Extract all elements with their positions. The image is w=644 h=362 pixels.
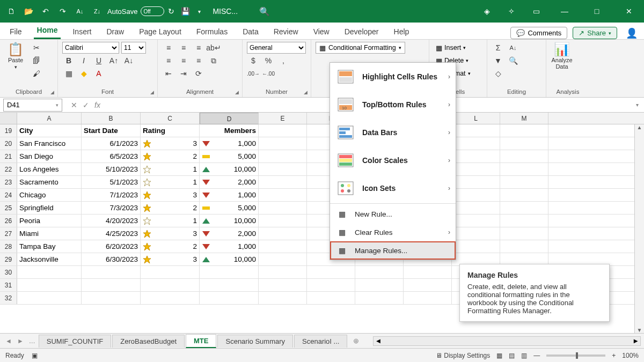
- maximize-button[interactable]: □: [586, 1, 608, 22]
- cell[interactable]: [500, 189, 548, 201]
- cell[interactable]: [259, 163, 307, 175]
- cell[interactable]: Rating: [141, 124, 200, 137]
- row-header[interactable]: 29: [0, 253, 17, 265]
- cut-icon[interactable]: ✂: [30, 42, 43, 54]
- menu-color-scales[interactable]: Color Scales›: [330, 146, 456, 174]
- cell[interactable]: [452, 215, 500, 227]
- row-header[interactable]: 19: [0, 124, 17, 137]
- cell[interactable]: [452, 176, 500, 188]
- cell[interactable]: [452, 150, 500, 162]
- menu-highlight-cells-rules[interactable]: Highlight Cells Rules›: [330, 63, 456, 91]
- cell[interactable]: Jacksonville: [17, 253, 82, 265]
- row-header[interactable]: 30: [0, 266, 17, 278]
- cell[interactable]: [307, 292, 355, 304]
- cell[interactable]: Sacramento: [17, 176, 82, 188]
- cell[interactable]: Los Angeles: [17, 163, 82, 175]
- cell[interactable]: [82, 279, 141, 291]
- zoom-in-button[interactable]: +: [612, 352, 616, 359]
- sheet-tab[interactable]: SUMIF_COUNTIF: [39, 335, 111, 348]
- cell[interactable]: 1: [141, 163, 200, 175]
- tab-nav-more-icon[interactable]: …: [27, 337, 38, 345]
- decrease-indent-icon[interactable]: ⇤: [162, 68, 175, 79]
- underline-button[interactable]: U: [92, 55, 105, 67]
- menu-top-bottom-rules[interactable]: 10 Top/Bottom Rules›: [330, 91, 456, 119]
- menu-clear-rules[interactable]: ▦ Clear Rules›: [330, 223, 456, 241]
- close-button[interactable]: ✕: [618, 1, 640, 22]
- cell[interactable]: [452, 240, 500, 253]
- cell[interactable]: 6/1/2023: [82, 137, 141, 150]
- macro-record-icon[interactable]: ▣: [32, 352, 38, 359]
- vertical-scrollbar[interactable]: ▲▼: [634, 124, 644, 333]
- undo-icon[interactable]: ↶: [39, 4, 53, 18]
- scroll-up-icon[interactable]: ▲: [637, 124, 642, 130]
- fill-color-icon[interactable]: ◆: [77, 68, 90, 79]
- cell[interactable]: 10,000: [200, 215, 259, 227]
- cell[interactable]: [500, 215, 548, 227]
- sort-filter-icon[interactable]: A↓: [507, 42, 519, 54]
- column-header[interactable]: E: [259, 113, 307, 124]
- align-center-icon[interactable]: ≡: [177, 55, 190, 67]
- cell[interactable]: [17, 279, 82, 291]
- tab-developer[interactable]: Developer: [341, 24, 382, 39]
- cell[interactable]: 5/1/2023: [82, 176, 141, 188]
- cell[interactable]: [259, 124, 307, 137]
- cell[interactable]: 7/1/2023: [82, 189, 141, 201]
- menu-manage-rules[interactable]: ▦ Manage Rules...: [330, 241, 456, 260]
- cell[interactable]: Springfield: [17, 202, 82, 214]
- cell[interactable]: 3: [141, 137, 200, 150]
- cell[interactable]: Miami: [17, 227, 82, 240]
- cell[interactable]: 1,000: [200, 189, 259, 201]
- cancel-formula-icon[interactable]: ✕: [71, 101, 77, 109]
- autosave[interactable]: AutoSave Off: [107, 6, 164, 16]
- expand-formula-icon[interactable]: ▾: [636, 102, 639, 108]
- insert-cells-button[interactable]: ▦Insert▾: [434, 42, 473, 54]
- column-header[interactable]: M: [500, 113, 548, 124]
- increase-decimal-icon[interactable]: .00→: [247, 68, 260, 79]
- cell[interactable]: [452, 124, 500, 137]
- cell[interactable]: [259, 266, 307, 278]
- cell[interactable]: Chicago: [17, 189, 82, 201]
- tab-view[interactable]: View: [310, 24, 333, 39]
- zoom-slider[interactable]: [546, 354, 605, 357]
- bold-button[interactable]: B: [62, 55, 75, 67]
- coming-soon-icon[interactable]: ✧: [504, 4, 518, 18]
- analyze-data-button[interactable]: 📊AnalyzeData: [551, 42, 573, 70]
- cell[interactable]: [141, 279, 200, 291]
- row-header[interactable]: 25: [0, 202, 17, 214]
- align-left-icon[interactable]: ≡: [162, 55, 175, 67]
- cell[interactable]: [17, 292, 82, 304]
- zoom-level[interactable]: 100%: [622, 352, 639, 359]
- account-icon[interactable]: 👤: [626, 27, 638, 39]
- row-header[interactable]: 21: [0, 150, 17, 162]
- column-header[interactable]: D: [200, 113, 259, 124]
- cell[interactable]: 1,000: [200, 137, 259, 150]
- cell[interactable]: [500, 124, 548, 137]
- cell[interactable]: San Francisco: [17, 137, 82, 150]
- conditional-formatting-button[interactable]: ▦ Conditional Formatting ▾: [316, 42, 405, 54]
- format-painter-icon[interactable]: 🖌: [30, 68, 43, 79]
- cell[interactable]: 2,000: [200, 227, 259, 240]
- cell[interactable]: 6/5/2023: [82, 150, 141, 162]
- cell[interactable]: [259, 189, 307, 201]
- clear-icon[interactable]: ◇: [492, 68, 504, 79]
- font-name-select[interactable]: Calibri: [62, 42, 119, 54]
- cell[interactable]: [200, 266, 259, 278]
- cell[interactable]: [259, 240, 307, 253]
- tab-review[interactable]: Review: [270, 24, 302, 39]
- percent-icon[interactable]: %: [262, 55, 275, 67]
- row-header[interactable]: 27: [0, 227, 17, 240]
- cell[interactable]: 2: [141, 150, 200, 162]
- cell[interactable]: [307, 279, 355, 291]
- column-header[interactable]: C: [141, 113, 200, 124]
- cell[interactable]: City: [17, 124, 82, 137]
- copy-icon[interactable]: 🗐: [30, 55, 43, 67]
- cell[interactable]: [500, 240, 548, 253]
- zoom-out-button[interactable]: —: [533, 352, 540, 359]
- cell[interactable]: [500, 227, 548, 240]
- diamond-icon[interactable]: ◈: [480, 4, 494, 18]
- accounting-icon[interactable]: $: [247, 55, 260, 67]
- select-all-corner[interactable]: [0, 113, 17, 124]
- row-header[interactable]: 20: [0, 137, 17, 150]
- cell[interactable]: 1,000: [200, 240, 259, 253]
- cell[interactable]: 3: [141, 189, 200, 201]
